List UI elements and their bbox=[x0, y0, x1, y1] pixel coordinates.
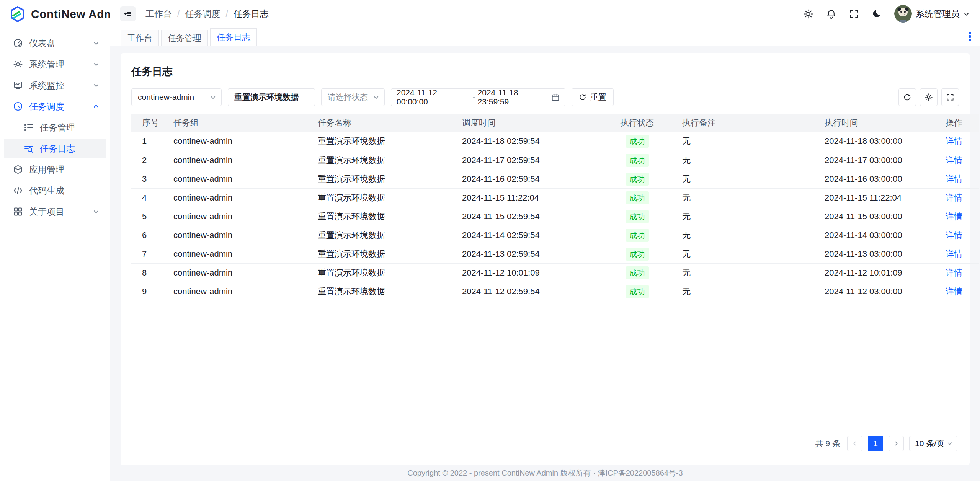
detail-link[interactable]: 详情 bbox=[946, 230, 962, 240]
status-select-placeholder: 请选择状态 bbox=[328, 92, 368, 103]
user-menu[interactable]: 系统管理员 bbox=[894, 5, 969, 23]
cell-remark: 无 bbox=[678, 226, 821, 245]
task-list-icon bbox=[24, 122, 34, 132]
reset-button[interactable]: 重置 bbox=[572, 88, 614, 106]
cell-action: 详情 bbox=[929, 245, 979, 263]
cell-status: 成功 bbox=[596, 188, 678, 207]
sidebar-item-label: 仪表盘 bbox=[29, 38, 56, 49]
detail-link[interactable]: 详情 bbox=[946, 155, 962, 165]
table-row: 5 continew-admin 重置演示环境数据 2024-11-15 02:… bbox=[131, 207, 979, 226]
collapse-sidebar-button[interactable] bbox=[120, 6, 136, 21]
tab-label: 工作台 bbox=[127, 33, 152, 44]
detail-link[interactable]: 详情 bbox=[946, 287, 962, 296]
chevron-down-icon bbox=[93, 209, 99, 215]
page-content: 任务日志 continew-admin 请选择状态 2024-11-12 00:… bbox=[110, 46, 980, 465]
cell-group: continew-admin bbox=[170, 263, 314, 282]
sidebar-item-system-monitor[interactable]: 系统监控 bbox=[4, 76, 106, 95]
detail-link[interactable]: 详情 bbox=[946, 249, 962, 259]
column-header-exec-time: 执行时间 bbox=[821, 114, 929, 132]
fullscreen-icon[interactable] bbox=[848, 8, 860, 20]
table-row: 3 continew-admin 重置演示环境数据 2024-11-16 02:… bbox=[131, 170, 979, 188]
table-row: 7 continew-admin 重置演示环境数据 2024-11-13 02:… bbox=[131, 245, 979, 263]
page-number-button[interactable]: 1 bbox=[868, 436, 883, 451]
cell-remark: 无 bbox=[678, 207, 821, 226]
fullscreen-table-button[interactable] bbox=[941, 88, 959, 106]
sidebar-item-system-management[interactable]: 系统管理 bbox=[4, 55, 106, 74]
gear-icon bbox=[13, 59, 23, 69]
detail-link[interactable]: 详情 bbox=[946, 193, 962, 202]
tab-task-log[interactable]: 任务日志 bbox=[210, 28, 257, 46]
sidebar-item-app-management[interactable]: 应用管理 bbox=[4, 160, 106, 179]
settings-icon[interactable] bbox=[802, 8, 814, 20]
app-window: ContiNew Admin 仪表盘 bbox=[0, 0, 980, 481]
status-badge: 成功 bbox=[626, 229, 649, 242]
sidebar-item-about-project[interactable]: 关于项目 bbox=[4, 202, 106, 221]
breadcrumb-workbench[interactable]: 工作台 bbox=[145, 8, 172, 20]
cube-icon bbox=[13, 165, 23, 174]
column-header-schedule-time: 调度时间 bbox=[458, 114, 596, 132]
sidebar-item-label: 任务调度 bbox=[29, 101, 64, 113]
notification-bell-icon[interactable] bbox=[825, 8, 837, 20]
cell-action: 详情 bbox=[929, 282, 979, 301]
chevron-down-icon bbox=[93, 82, 99, 88]
cell-exec-time: 2024-11-15 03:00:00 bbox=[821, 207, 929, 226]
sidebar-item-task-scheduling[interactable]: 任务调度 bbox=[4, 97, 106, 116]
sidebar-item-label: 任务日志 bbox=[40, 143, 75, 155]
log-table-body: 1 continew-admin 重置演示环境数据 2024-11-18 02:… bbox=[131, 132, 979, 301]
cell-action: 详情 bbox=[929, 170, 979, 188]
task-group-select[interactable]: continew-admin bbox=[131, 88, 222, 106]
tab-task-management[interactable]: 任务管理 bbox=[161, 30, 208, 46]
monitor-icon bbox=[13, 80, 23, 90]
task-name-input[interactable] bbox=[228, 88, 315, 106]
cell-name: 重置演示环境数据 bbox=[314, 282, 458, 301]
sidebar-item-task-management[interactable]: 任务管理 bbox=[4, 118, 106, 137]
cell-schedule-time: 2024-11-14 02:59:54 bbox=[458, 226, 596, 245]
cell-status: 成功 bbox=[596, 207, 678, 226]
column-header-remark: 执行备注 bbox=[678, 114, 821, 132]
table-row: 1 continew-admin 重置演示环境数据 2024-11-18 02:… bbox=[131, 132, 979, 151]
sidebar-item-code-generation[interactable]: 代码生成 bbox=[4, 181, 106, 200]
chevron-down-icon bbox=[93, 40, 99, 46]
cell-action: 详情 bbox=[929, 132, 979, 151]
tab-workbench[interactable]: 工作台 bbox=[121, 30, 159, 46]
pagination-total: 共 9 条 bbox=[815, 438, 840, 449]
detail-link[interactable]: 详情 bbox=[946, 268, 962, 277]
chevron-down-icon bbox=[947, 441, 952, 446]
cell-group: continew-admin bbox=[170, 245, 314, 263]
status-select[interactable]: 请选择状态 bbox=[321, 88, 385, 106]
chevron-down-icon bbox=[210, 95, 216, 100]
cell-remark: 无 bbox=[678, 245, 821, 263]
cell-schedule-time: 2024-11-17 02:59:54 bbox=[458, 151, 596, 170]
column-header-group: 任务组 bbox=[170, 114, 314, 132]
dashboard-icon bbox=[13, 38, 23, 48]
dark-mode-moon-icon[interactable] bbox=[871, 8, 883, 20]
breadcrumb-separator: / bbox=[225, 9, 228, 19]
cell-group: continew-admin bbox=[170, 132, 314, 151]
tab-more-menu-icon[interactable] bbox=[965, 31, 975, 42]
page-size-select[interactable]: 10 条/页 bbox=[909, 436, 957, 451]
sidebar-item-label: 任务管理 bbox=[40, 122, 75, 134]
date-range-picker[interactable]: 2024-11-12 00:00:00 - 2024-11-18 23:59:5… bbox=[391, 88, 565, 106]
detail-link[interactable]: 详情 bbox=[946, 174, 962, 184]
cell-remark: 无 bbox=[678, 132, 821, 151]
cell-status: 成功 bbox=[596, 226, 678, 245]
pagination: 共 9 条 1 10 条/页 bbox=[131, 426, 959, 456]
cell-exec-time: 2024-11-13 03:00:00 bbox=[821, 245, 929, 263]
breadcrumb: 工作台 / 任务调度 / 任务日志 bbox=[145, 8, 269, 20]
detail-link[interactable]: 详情 bbox=[946, 212, 962, 221]
topbar-actions: 系统管理员 bbox=[802, 5, 969, 23]
sidebar-menu: 仪表盘 系统管理 bbox=[0, 28, 110, 223]
sidebar-item-label: 系统监控 bbox=[29, 80, 64, 91]
prev-page-button[interactable] bbox=[847, 436, 862, 451]
next-page-button[interactable] bbox=[889, 436, 904, 451]
detail-link[interactable]: 详情 bbox=[946, 136, 962, 146]
cell-status: 成功 bbox=[596, 263, 678, 282]
gear-icon bbox=[924, 93, 933, 101]
sidebar-item-dashboard[interactable]: 仪表盘 bbox=[4, 34, 106, 53]
breadcrumb-task-scheduling[interactable]: 任务调度 bbox=[185, 8, 220, 20]
sidebar-item-task-log[interactable]: 任务日志 bbox=[4, 139, 106, 158]
refresh-table-button[interactable] bbox=[898, 88, 916, 106]
column-settings-button[interactable] bbox=[920, 88, 938, 106]
logo[interactable]: ContiNew Admin bbox=[0, 0, 110, 28]
cell-remark: 无 bbox=[678, 282, 821, 301]
